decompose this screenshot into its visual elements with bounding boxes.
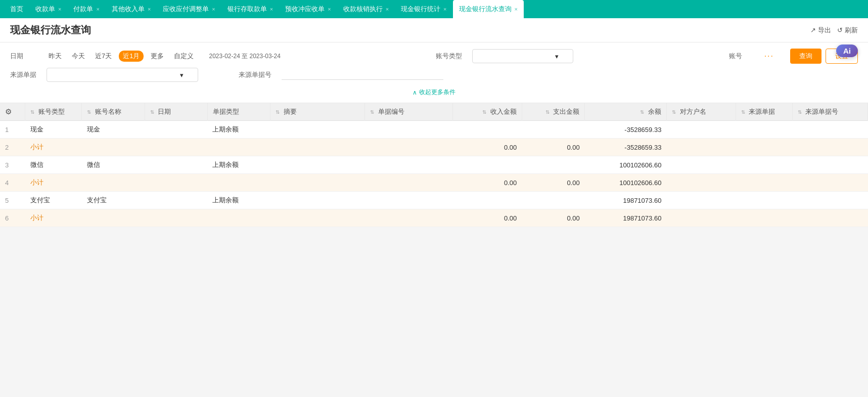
page-header: 现金银行流水查询 ↗ 导出 ↺ 刷新	[0, 18, 868, 42]
cell-balance: 100102606.60	[585, 156, 667, 174]
ai-badge[interactable]: Ai	[836, 45, 858, 57]
export-button[interactable]: ↗ 导出	[810, 26, 831, 35]
date-yesterday[interactable]: 昨天	[45, 51, 65, 62]
cell-date	[145, 209, 207, 227]
col-header-source-doc-no[interactable]: ⇅ 来源单据号	[792, 103, 867, 121]
sort-icon: ⇅	[640, 109, 644, 115]
cell-source-doc-no	[792, 192, 867, 209]
cell-income: 0.00	[453, 139, 522, 156]
date-7days[interactable]: 近7天	[92, 51, 115, 62]
col-header-source-doc[interactable]: ⇅ 来源单据	[736, 103, 792, 121]
sort-icon: ⇅	[30, 109, 34, 115]
nav-adjustment[interactable]: 应收应付调整单 ×	[157, 0, 221, 18]
col-header-voucher-no[interactable]: ⇅ 单据编号	[364, 103, 452, 121]
col-header-gear[interactable]: ⚙	[0, 103, 25, 121]
cell-date	[145, 121, 207, 139]
refresh-button[interactable]: ↺ 刷新	[837, 26, 858, 35]
cell-account-type: 现金	[25, 121, 82, 139]
cell-account-type: 支付宝	[25, 192, 82, 209]
sort-icon: ⇅	[672, 109, 676, 115]
nav-cash-stats-close[interactable]: ×	[443, 6, 446, 12]
cell-account-name: 现金	[82, 121, 145, 139]
cell-source-doc	[736, 209, 792, 227]
nav-payment[interactable]: 付款单 ×	[67, 0, 105, 18]
cell-counterparty	[666, 192, 736, 209]
nav-cash-flow-close[interactable]: ×	[515, 6, 518, 12]
cell-source-doc	[736, 174, 792, 192]
cell-counterparty	[666, 174, 736, 192]
nav-cash-stats[interactable]: 现金银行统计 ×	[395, 0, 452, 18]
nav-prepay-close[interactable]: ×	[328, 6, 331, 12]
cell-voucher-no	[364, 192, 452, 209]
filter-area: 日期 昨天 今天 近7天 近1月 更多 自定义 2023-02-24 至 202…	[0, 42, 868, 103]
table-row: 6 小计 0.00 0.00 19871073.60	[0, 209, 868, 227]
cell-summary	[270, 209, 365, 227]
cell-account-type: 小计	[25, 139, 82, 156]
cell-voucher-no	[364, 139, 452, 156]
table-header-row: ⚙ ⇅ 账号类型 ⇅ 账号名称 ⇅ 日期 单据类型 ⇅	[0, 103, 868, 121]
nav-receipt-close[interactable]: ×	[58, 6, 61, 12]
col-header-counterparty[interactable]: ⇅ 对方户名	[666, 103, 736, 121]
collapse-bar[interactable]: ∧ 收起更多条件	[10, 86, 858, 97]
date-options: 昨天 今天 近7天 近1月 更多 自定义	[45, 51, 197, 62]
header-actions: ↗ 导出 ↺ 刷新	[810, 26, 858, 35]
cell-voucher-type	[207, 209, 270, 227]
cell-counterparty	[666, 209, 736, 227]
table-row: 5 支付宝 支付宝 上期余额 19871073.60	[0, 192, 868, 209]
nav-prepay[interactable]: 预收冲应收单 ×	[279, 0, 337, 18]
col-header-account-type[interactable]: ⇅ 账号类型	[25, 103, 82, 121]
query-button[interactable]: 查询	[790, 49, 821, 64]
cell-voucher-no	[364, 121, 452, 139]
cell-expense	[522, 156, 584, 174]
source-doc-select[interactable]: ▾	[47, 68, 198, 82]
account-label: 账号	[729, 52, 754, 61]
table-row: 4 小计 0.00 0.00 100102606.60	[0, 174, 868, 192]
col-header-expense[interactable]: ⇅ 支出金额	[522, 103, 584, 121]
col-header-income[interactable]: ⇅ 收入金额	[453, 103, 522, 121]
cell-voucher-type: 上期余额	[207, 121, 270, 139]
cell-income	[453, 156, 522, 174]
nav-home[interactable]: 首页	[4, 0, 29, 18]
nav-collection[interactable]: 收款核销执行 ×	[337, 0, 395, 18]
cell-summary	[270, 156, 365, 174]
cell-summary	[270, 174, 365, 192]
cell-account-name: 微信	[82, 156, 145, 174]
col-header-summary[interactable]: ⇅ 摘要	[270, 103, 365, 121]
table-container: ⚙ ⇅ 账号类型 ⇅ 账号名称 ⇅ 日期 单据类型 ⇅	[0, 103, 868, 227]
cell-voucher-type: 上期余额	[207, 156, 270, 174]
gear-icon[interactable]: ⚙	[5, 107, 12, 116]
cell-num: 6	[0, 209, 25, 227]
nav-collection-close[interactable]: ×	[386, 6, 389, 12]
sort-icon: ⇅	[798, 109, 802, 115]
col-header-balance[interactable]: ⇅ 余额	[585, 103, 667, 121]
page-title: 现金银行流水查询	[10, 23, 91, 37]
cell-income	[453, 121, 522, 139]
source-doc-no-input[interactable]	[282, 70, 443, 80]
date-1month[interactable]: 近1月	[119, 51, 144, 62]
filter-row-date: 日期 昨天 今天 近7天 近1月 更多 自定义 2023-02-24 至 202…	[10, 49, 858, 64]
nav-other-income-close[interactable]: ×	[148, 6, 151, 12]
sort-icon: ⇅	[482, 109, 486, 115]
account-type-select[interactable]: ▾	[472, 49, 573, 63]
cell-counterparty	[666, 139, 736, 156]
cell-counterparty	[666, 121, 736, 139]
nav-bank-deposit[interactable]: 银行存取款单 ×	[221, 0, 279, 18]
cell-source-doc	[736, 121, 792, 139]
col-header-date[interactable]: ⇅ 日期	[145, 103, 207, 121]
account-dots-button[interactable]: ···	[764, 52, 774, 61]
nav-adjustment-close[interactable]: ×	[212, 6, 215, 12]
date-today[interactable]: 今天	[69, 51, 88, 62]
cell-account-name: 支付宝	[82, 192, 145, 209]
nav-payment-close[interactable]: ×	[96, 6, 99, 12]
export-icon: ↗	[810, 26, 816, 34]
date-more[interactable]: 更多	[148, 51, 167, 62]
nav-cash-flow[interactable]: 现金银行流水查询 ×	[453, 0, 524, 18]
nav-receipt[interactable]: 收款单 ×	[29, 0, 67, 18]
nav-other-income[interactable]: 其他收入单 ×	[106, 0, 157, 18]
col-header-voucher-type: 单据类型	[207, 103, 270, 121]
date-custom[interactable]: 自定义	[171, 51, 197, 62]
cell-account-name	[82, 139, 145, 156]
col-header-account-name[interactable]: ⇅ 账号名称	[82, 103, 145, 121]
cell-voucher-type	[207, 139, 270, 156]
nav-bank-deposit-close[interactable]: ×	[270, 6, 273, 12]
